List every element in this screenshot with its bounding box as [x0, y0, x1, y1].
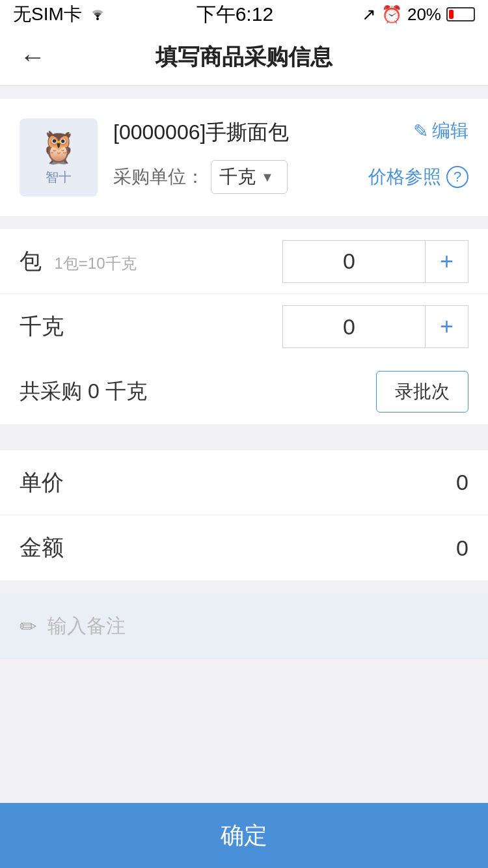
product-name: [0000006]手撕面包 — [113, 118, 289, 147]
unit-left: 采购单位： 千克 ▼ — [113, 160, 288, 194]
unit-label-text: 采购单位： — [113, 165, 204, 189]
unit-price-value: 0 — [456, 470, 468, 495]
unit-select-value: 千克 — [219, 165, 256, 189]
price-reference-button[interactable]: 价格参照 ? — [368, 165, 468, 189]
alarm-icon: ⏰ — [381, 5, 402, 25]
unit-price-label: 单价 — [20, 468, 64, 498]
product-image-label: 智十 — [46, 169, 72, 186]
edit-label: 编辑 — [432, 118, 468, 143]
product-image: 🦉 智十 — [20, 118, 98, 197]
batch-button[interactable]: 录批次 — [376, 371, 468, 413]
page-title: 填写商品采购信息 — [156, 42, 332, 72]
kg-plus-icon: + — [440, 313, 454, 340]
carrier-text: 无SIM卡 — [13, 2, 82, 27]
divider-2 — [0, 424, 488, 437]
product-owl-icon: 🦉 — [39, 129, 78, 166]
confirm-button[interactable]: 确定 — [0, 803, 488, 868]
wifi-icon — [87, 4, 108, 25]
price-section: 单价 0 金额 0 — [0, 450, 488, 580]
svg-point-0 — [96, 18, 99, 20]
product-header: [0000006]手撕面包 ✎ 编辑 — [113, 118, 468, 147]
status-right: ↗ ⏰ 20% — [362, 5, 475, 25]
kg-input-row: 千克 + — [0, 294, 488, 359]
location-icon: ↗ — [362, 5, 376, 25]
status-time: 下午6:12 — [197, 1, 273, 28]
bag-plus-button[interactable]: + — [426, 240, 468, 283]
amount-value: 0 — [456, 536, 468, 561]
status-bar: 无SIM卡 下午6:12 ↗ ⏰ 20% — [0, 0, 488, 29]
product-info: [0000006]手撕面包 ✎ 编辑 采购单位： 千克 ▼ 价格参照 ? — [113, 118, 468, 194]
product-unit-row: 采购单位： 千克 ▼ 价格参照 ? — [113, 160, 468, 194]
summary-prefix: 共采购 — [20, 379, 82, 403]
bag-sublabel: 1包=10千克 — [54, 254, 136, 272]
bag-quantity-input[interactable] — [282, 240, 426, 283]
divider-1 — [0, 216, 488, 229]
back-button[interactable]: ← — [20, 42, 46, 72]
notes-placeholder: 输入备注 — [47, 613, 126, 640]
content-spacer — [0, 659, 488, 789]
notes-section[interactable]: ✏ 输入备注 — [0, 593, 488, 659]
unit-select-dropdown[interactable]: 千克 ▼ — [211, 160, 288, 194]
battery-percent: 20% — [407, 5, 441, 25]
status-left: 无SIM卡 — [13, 2, 108, 27]
unit-price-row: 单价 0 — [0, 450, 488, 515]
product-card: 🦉 智十 [0000006]手撕面包 ✎ 编辑 采购单位： 千克 ▼ 价格参照 … — [0, 99, 488, 216]
help-icon: ? — [446, 166, 468, 188]
amount-row: 金额 0 — [0, 515, 488, 580]
pencil-icon: ✏ — [20, 614, 37, 639]
kg-label: 千克 — [20, 312, 282, 342]
nav-bar: ← 填写商品采购信息 — [0, 29, 488, 86]
dropdown-arrow-icon: ▼ — [261, 170, 274, 185]
battery-indicator — [446, 7, 475, 21]
bag-input-row: 包 1包=10千克 + — [0, 229, 488, 294]
kg-input-right: + — [282, 305, 468, 348]
summary-unit: 千克 — [105, 379, 147, 403]
price-ref-label: 价格参照 — [368, 165, 441, 189]
plus-icon: + — [440, 248, 454, 275]
amount-label: 金额 — [20, 533, 64, 563]
kg-quantity-input[interactable] — [282, 305, 426, 348]
summary-text: 共采购 0 千克 — [20, 377, 147, 406]
summary-row: 共采购 0 千克 录批次 — [0, 359, 488, 424]
bag-input-right: + — [282, 240, 468, 283]
bag-label-group: 包 1包=10千克 — [20, 247, 282, 277]
input-section: 包 1包=10千克 + 千克 + — [0, 229, 488, 359]
summary-amount: 0 — [88, 379, 100, 403]
edit-icon: ✎ — [413, 120, 428, 142]
edit-button[interactable]: ✎ 编辑 — [413, 118, 468, 143]
kg-plus-button[interactable]: + — [426, 305, 468, 348]
bag-label: 包 — [20, 249, 42, 273]
